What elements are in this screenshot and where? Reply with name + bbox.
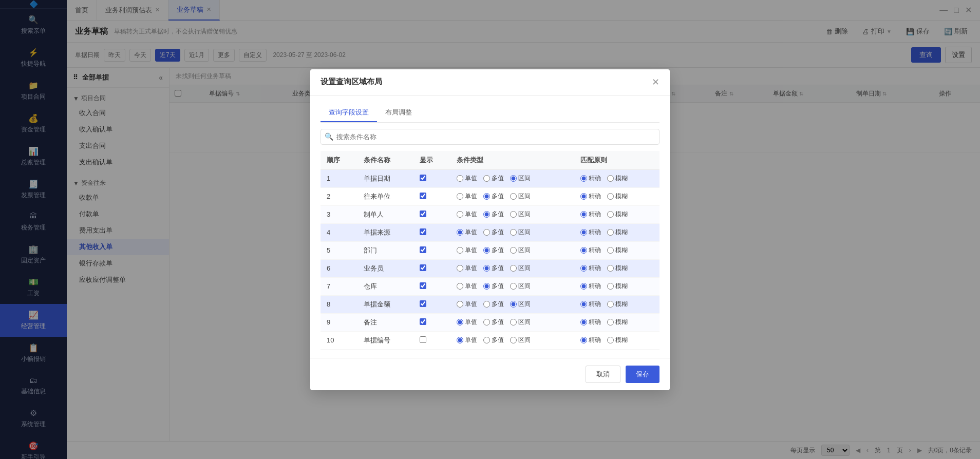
cond-type-区间[interactable]: 区间 <box>510 210 531 219</box>
radio-区间[interactable] <box>510 247 517 254</box>
radio-单值[interactable] <box>457 229 463 236</box>
match-type-精确[interactable]: 精确 <box>580 192 601 201</box>
radio-单值[interactable] <box>457 175 463 182</box>
cond-type-区间[interactable]: 区间 <box>510 264 531 273</box>
cond-type-单值[interactable]: 单值 <box>457 318 477 327</box>
cond-type-多值[interactable]: 多值 <box>483 318 504 327</box>
match-type-精确[interactable]: 精确 <box>580 336 601 345</box>
show-checkbox[interactable] <box>420 318 426 325</box>
radio-区间[interactable] <box>510 283 517 290</box>
radio-多值[interactable] <box>483 319 490 326</box>
radio-多值[interactable] <box>483 265 490 272</box>
match-type-精确[interactable]: 精确 <box>580 228 601 237</box>
radio-单值[interactable] <box>457 193 463 200</box>
radio-单值[interactable] <box>457 301 463 308</box>
cond-type-多值[interactable]: 多值 <box>483 246 504 255</box>
match-type-模糊[interactable]: 模糊 <box>607 336 628 345</box>
radio-精确[interactable] <box>580 247 587 254</box>
match-type-精确[interactable]: 精确 <box>580 210 601 219</box>
cond-type-多值[interactable]: 多值 <box>483 228 504 237</box>
radio-区间[interactable] <box>510 229 517 236</box>
radio-单值[interactable] <box>457 337 463 343</box>
radio-多值[interactable] <box>483 283 490 290</box>
radio-精确[interactable] <box>580 211 587 218</box>
radio-多值[interactable] <box>483 301 490 308</box>
cancel-button[interactable]: 取消 <box>586 366 620 383</box>
radio-模糊[interactable] <box>607 247 614 254</box>
cond-type-单值[interactable]: 单值 <box>457 192 477 201</box>
radio-单值[interactable] <box>457 319 463 326</box>
match-type-精确[interactable]: 精确 <box>580 318 601 327</box>
radio-区间[interactable] <box>510 175 517 182</box>
radio-多值[interactable] <box>483 247 490 254</box>
radio-区间[interactable] <box>510 337 517 343</box>
radio-单值[interactable] <box>457 247 463 254</box>
cond-type-单值[interactable]: 单值 <box>457 174 477 183</box>
radio-精确[interactable] <box>580 283 587 290</box>
cond-type-区间[interactable]: 区间 <box>510 228 531 237</box>
radio-多值[interactable] <box>483 211 490 218</box>
cond-type-区间[interactable]: 区间 <box>510 192 531 201</box>
radio-多值[interactable] <box>483 337 490 343</box>
cond-type-单值[interactable]: 单值 <box>457 300 477 309</box>
cond-type-单值[interactable]: 单值 <box>457 246 477 255</box>
match-type-精确[interactable]: 精确 <box>580 300 601 309</box>
modal-save-button[interactable]: 保存 <box>626 366 659 383</box>
radio-模糊[interactable] <box>607 283 614 290</box>
radio-模糊[interactable] <box>607 175 614 182</box>
cond-type-多值[interactable]: 多值 <box>483 300 504 309</box>
cond-type-区间[interactable]: 区间 <box>510 336 531 345</box>
radio-模糊[interactable] <box>607 229 614 236</box>
match-type-模糊[interactable]: 模糊 <box>607 300 628 309</box>
radio-模糊[interactable] <box>607 319 614 326</box>
match-type-模糊[interactable]: 模糊 <box>607 228 628 237</box>
radio-单值[interactable] <box>457 283 463 290</box>
match-type-模糊[interactable]: 模糊 <box>607 318 628 327</box>
cond-type-多值[interactable]: 多值 <box>483 282 504 291</box>
radio-模糊[interactable] <box>607 265 614 272</box>
show-checkbox[interactable] <box>420 175 426 181</box>
radio-模糊[interactable] <box>607 337 614 343</box>
cond-type-区间[interactable]: 区间 <box>510 300 531 309</box>
show-checkbox[interactable] <box>420 193 426 199</box>
match-type-模糊[interactable]: 模糊 <box>607 210 628 219</box>
radio-单值[interactable] <box>457 265 463 272</box>
radio-多值[interactable] <box>483 193 490 200</box>
radio-精确[interactable] <box>580 337 587 343</box>
match-type-精确[interactable]: 精确 <box>580 174 601 183</box>
cond-type-多值[interactable]: 多值 <box>483 192 504 201</box>
match-type-模糊[interactable]: 模糊 <box>607 282 628 291</box>
cond-type-区间[interactable]: 区间 <box>510 246 531 255</box>
radio-模糊[interactable] <box>607 211 614 218</box>
cond-type-区间[interactable]: 区间 <box>510 318 531 327</box>
cond-type-区间[interactable]: 区间 <box>510 174 531 183</box>
show-checkbox[interactable] <box>420 246 426 253</box>
cond-type-多值[interactable]: 多值 <box>483 264 504 273</box>
radio-多值[interactable] <box>483 175 490 182</box>
show-checkbox[interactable] <box>420 300 426 307</box>
radio-精确[interactable] <box>580 319 587 326</box>
radio-模糊[interactable] <box>607 301 614 308</box>
radio-精确[interactable] <box>580 229 587 236</box>
modal-tab-layout[interactable]: 布局调整 <box>377 104 420 122</box>
radio-精确[interactable] <box>580 265 587 272</box>
radio-精确[interactable] <box>580 193 587 200</box>
cond-type-单值[interactable]: 单值 <box>457 210 477 219</box>
condition-search-input[interactable] <box>321 129 659 145</box>
show-checkbox[interactable] <box>420 228 426 235</box>
show-checkbox[interactable] <box>420 336 426 343</box>
cond-type-多值[interactable]: 多值 <box>483 336 504 345</box>
show-checkbox[interactable] <box>420 282 426 289</box>
show-checkbox[interactable] <box>420 264 426 271</box>
cond-type-多值[interactable]: 多值 <box>483 174 504 183</box>
cond-type-单值[interactable]: 单值 <box>457 336 477 345</box>
cond-type-多值[interactable]: 多值 <box>483 210 504 219</box>
modal-tab-query-fields[interactable]: 查询字段设置 <box>321 104 377 122</box>
radio-模糊[interactable] <box>607 193 614 200</box>
radio-精确[interactable] <box>580 175 587 182</box>
cond-type-单值[interactable]: 单值 <box>457 264 477 273</box>
match-type-模糊[interactable]: 模糊 <box>607 174 628 183</box>
cond-type-单值[interactable]: 单值 <box>457 228 477 237</box>
radio-单值[interactable] <box>457 211 463 218</box>
match-type-精确[interactable]: 精确 <box>580 282 601 291</box>
